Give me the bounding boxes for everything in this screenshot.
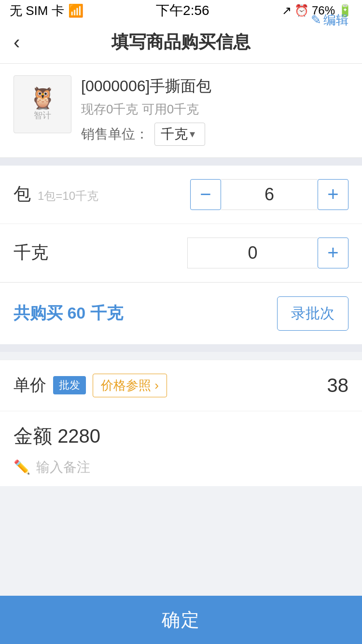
price-ref-button[interactable]: 价格参照 › [93, 374, 167, 397]
status-left: 无 SIM 卡 📶 [10, 2, 84, 19]
location-icon: ↗ [282, 4, 292, 17]
product-info: [0000006]手撕面包 现存0千克 可用0千克 销售单位： 千克 ▾ [81, 75, 348, 146]
status-bar: 无 SIM 卡 📶 下午2:56 ↗ ⏰ 76% 🔋 [0, 0, 362, 21]
pencil-icon: ✏️ [14, 459, 30, 475]
status-time: 下午2:56 [156, 1, 209, 20]
qty-minus-bao[interactable]: − [190, 179, 221, 210]
qty-controls-bao: − + [190, 179, 348, 210]
edit-button[interactable]: ✎ 编辑 [311, 12, 348, 28]
note-placeholder: 输入备注 [36, 458, 90, 476]
price-left: 单价 批发 价格参照 › [14, 374, 167, 397]
product-section: 🦉 智计 [0000006]手撕面包 现存0千克 可用0千克 销售单位： 千克 … [0, 64, 362, 158]
qty-plus-bao[interactable]: + [318, 179, 348, 210]
qty-plus-kg[interactable]: + [318, 238, 348, 268]
edit-label: 编辑 [323, 12, 348, 28]
note-row[interactable]: ✏️ 输入备注 [14, 458, 348, 476]
product-stock: 现存0千克 可用0千克 [81, 101, 348, 118]
total-text: 共购买 60 千克 [14, 302, 123, 324]
amount-section: 金额 2280 ✏️ 输入备注 [0, 411, 362, 486]
qty-input-bao[interactable] [221, 179, 318, 210]
product-name: [0000006]手撕面包 [81, 75, 348, 97]
wifi-icon: 📶 [68, 3, 84, 18]
total-prefix: 共购买 [14, 304, 63, 322]
page-title: 填写商品购买信息 [111, 30, 251, 54]
total-value: 60 [67, 304, 85, 322]
owl-icon: 🦉 [29, 87, 56, 109]
amount-row: 金额 2280 [14, 423, 348, 449]
quantity-section: 包 1包=10千克 − + 千克 + [0, 166, 362, 282]
price-label: 单价 [14, 374, 46, 396]
qty-sub-label-bao: 1包=10千克 [38, 188, 98, 204]
unit-value: 千克 [161, 125, 188, 143]
qty-row-bao: 包 1包=10千克 − + [0, 166, 362, 224]
section-divider-1 [0, 158, 362, 166]
total-section: 共购买 60 千克 录批次 [0, 282, 362, 344]
qty-input-kg[interactable] [187, 238, 318, 268]
owl-label: 智计 [34, 110, 51, 121]
price-tag: 批发 [53, 376, 86, 394]
product-thumbnail: 🦉 智计 [14, 75, 71, 133]
amount-label: 金额 [14, 425, 52, 447]
confirm-button[interactable]: 确定 [0, 596, 362, 644]
price-value: 38 [327, 375, 349, 396]
unit-label: 销售单位： [81, 125, 149, 143]
nav-bar: ‹ 填写商品购买信息 [0, 21, 362, 64]
price-section: 单价 批发 价格参照 › 38 [0, 360, 362, 411]
alarm-icon: ⏰ [294, 4, 309, 17]
qty-main-label-bao: 包 [14, 182, 31, 206]
product-unit-row: 销售单位： 千克 ▾ [81, 123, 348, 146]
qty-controls-kg: + [187, 238, 348, 268]
qty-label-bao: 包 1包=10千克 [14, 182, 190, 206]
dropdown-arrow-icon: ▾ [190, 128, 195, 140]
back-button[interactable]: ‹ [14, 31, 20, 53]
edit-icon: ✎ [311, 13, 321, 28]
amount-value: 2280 [57, 425, 100, 447]
batch-button[interactable]: 录批次 [277, 296, 348, 331]
qty-row-kg: 千克 + [0, 224, 362, 282]
unit-select[interactable]: 千克 ▾ [154, 123, 205, 146]
total-unit: 千克 [90, 304, 123, 322]
qty-main-label-kg: 千克 [14, 241, 48, 265]
carrier-text: 无 SIM 卡 [10, 2, 64, 19]
qty-label-kg: 千克 [14, 241, 187, 265]
section-divider-2 [0, 344, 362, 352]
